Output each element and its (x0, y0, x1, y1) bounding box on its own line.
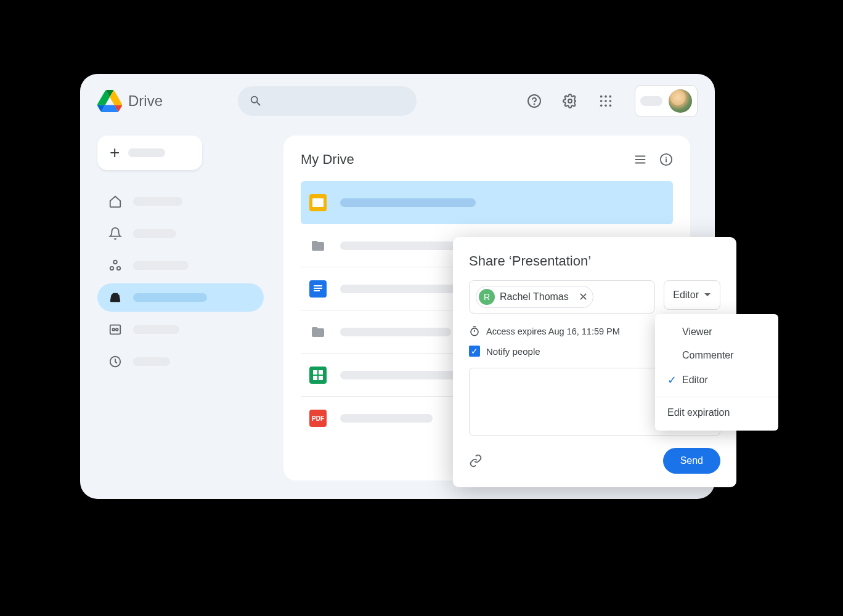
drive-app-window: Drive + (80, 74, 715, 499)
search-bar[interactable] (238, 86, 417, 116)
svg-point-11 (609, 105, 612, 107)
person-chip[interactable]: R Rachel Thomas ✕ (476, 286, 593, 308)
folder-icon (309, 237, 327, 254)
drive-logo-icon (97, 89, 122, 113)
share-people-input[interactable]: R Rachel Thomas ✕ (469, 280, 655, 314)
sidebar-label-placeholder (133, 293, 207, 302)
check-icon: ✓ (667, 373, 682, 387)
sidebar-item-recent[interactable] (97, 347, 264, 376)
sidebar: + (97, 129, 264, 379)
svg-point-7 (605, 100, 607, 102)
svg-point-17 (116, 328, 118, 331)
svg-rect-20 (312, 198, 324, 207)
access-expires-text: Access expires Aug 16, 11:59 PM (486, 326, 620, 336)
plus-icon: + (110, 143, 120, 163)
svg-rect-25 (319, 370, 323, 375)
sidebar-item-my-drive[interactable] (97, 283, 264, 312)
home-icon (108, 195, 122, 208)
send-button[interactable]: Send (663, 448, 720, 474)
new-button[interactable]: + (97, 136, 202, 170)
svg-rect-26 (313, 376, 317, 380)
bell-icon (108, 227, 122, 240)
notify-label: Notify people (486, 346, 540, 357)
account-switcher[interactable] (635, 85, 698, 117)
svg-point-9 (600, 105, 603, 107)
sheets-icon (309, 367, 327, 384)
app-title: Drive (128, 92, 163, 110)
svg-rect-21 (314, 285, 322, 286)
svg-point-16 (112, 328, 115, 331)
svg-rect-27 (319, 376, 323, 380)
header: Drive (80, 74, 715, 128)
chevron-down-icon (704, 293, 711, 298)
folder-heading[interactable]: My Drive (301, 152, 354, 168)
notify-checkbox[interactable]: ✓ (469, 346, 480, 357)
docs-icon (309, 280, 327, 298)
help-icon[interactable] (526, 93, 542, 109)
role-selected-label: Editor (673, 290, 699, 301)
role-option-viewer[interactable]: Viewer (655, 320, 778, 344)
sidebar-label-placeholder (133, 357, 170, 366)
gear-icon[interactable] (562, 93, 578, 109)
role-selector[interactable]: Editor (664, 280, 720, 310)
sidebar-label-placeholder (133, 197, 182, 206)
file-name-placeholder (340, 328, 451, 336)
svg-point-13 (110, 267, 114, 270)
pdf-icon: PDF (309, 410, 327, 427)
copy-link-icon[interactable] (469, 454, 483, 468)
svg-point-10 (605, 105, 607, 107)
svg-point-12 (113, 261, 117, 264)
svg-rect-23 (314, 290, 320, 291)
svg-point-2 (568, 99, 572, 103)
slides-icon (309, 194, 327, 211)
svg-point-6 (600, 100, 603, 102)
new-button-label-placeholder (128, 148, 165, 157)
chip-name: Rachel Thomas (500, 291, 569, 302)
sidebar-item-shared-drives[interactable] (97, 315, 264, 344)
search-icon (249, 94, 263, 108)
file-name-placeholder (340, 414, 433, 423)
svg-point-14 (117, 267, 121, 270)
svg-rect-24 (313, 370, 317, 375)
svg-point-1 (534, 104, 535, 105)
role-option-edit-expiration[interactable]: Edit expiration (655, 401, 778, 424)
chip-avatar: R (479, 289, 495, 305)
role-option-editor[interactable]: ✓Editor (655, 367, 778, 393)
chip-remove-icon[interactable]: ✕ (579, 290, 588, 304)
timer-icon (469, 326, 480, 337)
drive-nav-icon (108, 291, 122, 304)
logo-area[interactable]: Drive (97, 89, 163, 113)
avatar (669, 89, 692, 113)
file-row-slides[interactable] (301, 181, 673, 224)
main-panel-header: My Drive (301, 152, 673, 168)
account-placeholder (640, 96, 662, 106)
clock-icon (108, 355, 122, 368)
shared-drives-icon (108, 323, 122, 336)
file-name-placeholder (340, 285, 463, 293)
share-dialog-title: Share ‘Presentation’ (469, 253, 720, 269)
info-icon[interactable] (659, 153, 673, 166)
folder-icon (309, 323, 327, 341)
menu-divider (655, 397, 778, 397)
sidebar-item-home[interactable] (97, 187, 264, 216)
workspaces-icon (108, 259, 122, 272)
svg-point-5 (609, 95, 612, 98)
svg-point-8 (609, 100, 612, 102)
svg-point-3 (600, 95, 603, 98)
role-option-commenter[interactable]: Commenter (655, 344, 778, 367)
svg-rect-22 (314, 288, 322, 289)
sidebar-item-activity[interactable] (97, 219, 264, 248)
list-view-icon[interactable] (633, 153, 647, 166)
sidebar-label-placeholder (133, 229, 176, 238)
sidebar-label-placeholder (133, 261, 189, 270)
file-name-placeholder (340, 198, 476, 207)
svg-point-4 (605, 95, 607, 98)
sidebar-item-workspaces[interactable] (97, 251, 264, 280)
sidebar-label-placeholder (133, 325, 179, 334)
role-dropdown-menu: Viewer Commenter ✓Editor Edit expiration (655, 314, 778, 431)
apps-grid-icon[interactable] (598, 93, 614, 109)
